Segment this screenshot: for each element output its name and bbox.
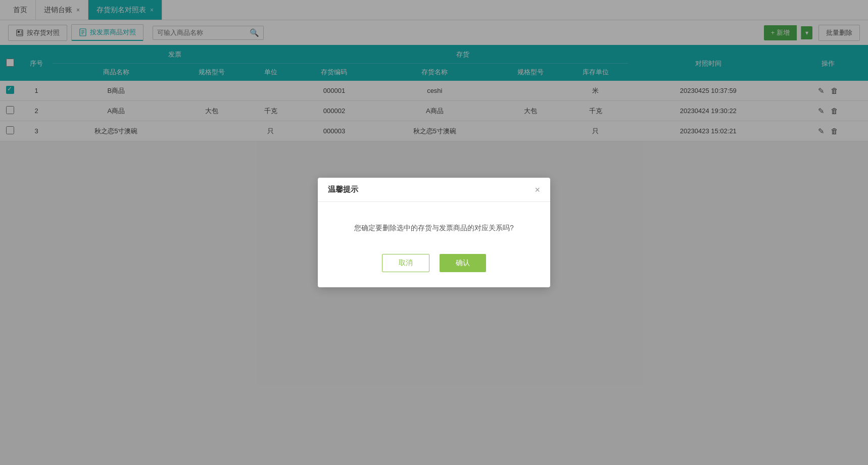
dialog-overlay: 温馨提示 × 您确定要删除选中的存货与发票商品的对应关系吗? 取消 确认: [0, 0, 868, 141]
